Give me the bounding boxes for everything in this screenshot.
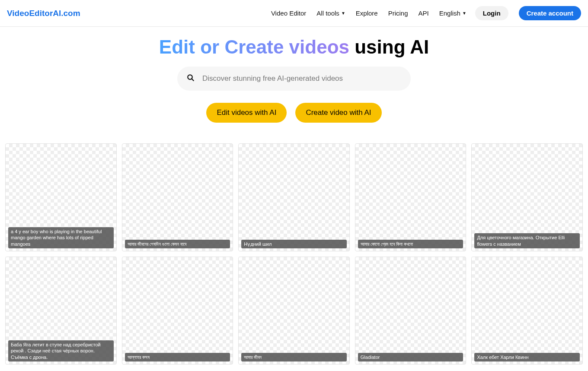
video-caption: Gladiator	[358, 353, 463, 361]
video-caption: a 4 y ear boy who is playing in the beau…	[8, 227, 114, 248]
video-caption: Баба Яга летит в ступе над серебристой р…	[8, 340, 114, 361]
nav-all-tools[interactable]: All tools ▼	[316, 10, 345, 17]
video-card[interactable]: Gladiator	[355, 257, 467, 365]
nav-language-label: English	[439, 10, 460, 17]
search-icon	[187, 74, 195, 84]
video-card[interactable]: আমার কোনো প্রেম হবে কিনা কখনো	[355, 143, 467, 251]
create-account-button[interactable]: Create account	[519, 6, 581, 20]
search-bar[interactable]	[177, 67, 411, 91]
cta-row: Edit videos with AI Create video with AI	[0, 103, 588, 123]
edit-videos-button[interactable]: Edit videos with AI	[206, 103, 287, 123]
video-card[interactable]: Баба Яга летит в ступе над серебристой р…	[5, 257, 117, 365]
main-nav: Video Editor All tools ▼ Explore Pricing…	[271, 6, 581, 20]
hero: Edit or Create videos using AI Edit vide…	[0, 27, 588, 123]
page-title: Edit or Create videos using AI	[159, 36, 429, 58]
title-rest: using AI	[349, 36, 429, 57]
video-card[interactable]: Для цветочного магазина. Открытие Elli f…	[471, 143, 583, 251]
chevron-down-icon: ▼	[341, 11, 345, 16]
video-card[interactable]: আমার জীবন	[238, 257, 350, 365]
create-video-button[interactable]: Create video with AI	[295, 103, 381, 123]
nav-explore[interactable]: Explore	[356, 10, 378, 17]
svg-line-1	[192, 79, 194, 81]
video-caption: আমার কোনো প্রেম হবে কিনা কখনো	[358, 240, 463, 248]
video-caption: আল্লাহর কসম	[125, 353, 230, 361]
video-card[interactable]: আমার জীবনের শেষদিন গুলো কেমন যাবে	[122, 143, 233, 251]
video-card[interactable]: Халк ебет Харли Квинн	[471, 257, 583, 365]
nav-video-editor[interactable]: Video Editor	[271, 10, 306, 17]
chevron-down-icon: ▼	[462, 11, 467, 16]
video-card[interactable]: আল্লাহর কসম	[122, 257, 233, 365]
search-input[interactable]	[202, 74, 401, 83]
nav-api[interactable]: API	[419, 10, 429, 17]
video-grid-row-3	[0, 365, 588, 371]
nav-language[interactable]: English ▼	[439, 10, 467, 17]
login-button[interactable]: Login	[475, 6, 508, 20]
video-grid: a 4 y ear boy who is playing in the beau…	[0, 123, 588, 365]
video-card[interactable]: Нүдний шил	[238, 143, 350, 251]
video-caption: আমার জীবন	[241, 353, 347, 361]
nav-pricing[interactable]: Pricing	[388, 10, 408, 17]
nav-all-tools-label: All tools	[316, 10, 339, 17]
title-gradient: Edit or Create videos	[159, 36, 349, 57]
video-caption: Нүдний шил	[241, 240, 347, 248]
video-caption: Для цветочного магазина. Открытие Elli f…	[474, 233, 580, 248]
video-card[interactable]: a 4 y ear boy who is playing in the beau…	[5, 143, 117, 251]
logo[interactable]: VideoEditorAI.com	[7, 9, 80, 18]
video-caption: Халк ебет Харли Квинн	[474, 353, 580, 361]
video-caption: আমার জীবনের শেষদিন গুলো কেমন যাবে	[125, 240, 230, 248]
